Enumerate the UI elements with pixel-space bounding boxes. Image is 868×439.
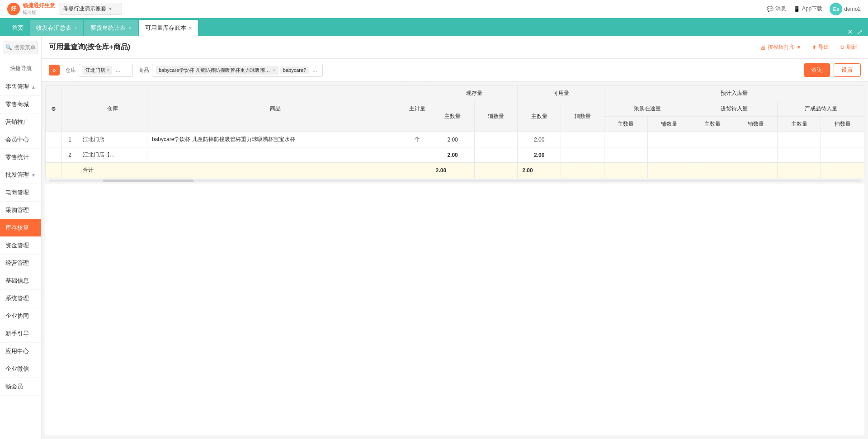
search-icon: 🔍 <box>5 44 12 51</box>
goods-filter-group: 商品 babycare学饮杯 儿童防摔防撞吸管杯重力球吸嘴杯宝宝水杯 × bab… <box>138 64 323 77</box>
goods-tag-1-close[interactable]: × <box>273 68 276 73</box>
sidebar-item-collab[interactable]: 企业协同 <box>0 307 41 325</box>
sidebar-item-marketing[interactable]: 营销推广 <box>0 113 41 131</box>
sidebar-item-app-center[interactable]: 应用中心 <box>0 343 41 360</box>
message-icon: 💬 <box>767 6 774 12</box>
logo-icon: 好 <box>7 3 20 15</box>
th-av: 可用量 <box>518 86 604 101</box>
scrollbar-track <box>49 179 861 182</box>
th-gear[interactable]: ⚙ <box>46 86 62 132</box>
print-icon: 🖨 <box>760 44 766 51</box>
th-cs-mq: 主数量 <box>431 101 474 132</box>
table-row: 2 江北门店【... 2.00 2.00 <box>46 147 864 163</box>
close-window-btn[interactable]: ✕ <box>847 28 853 36</box>
sidebar-item-base-info[interactable]: 基础信息 <box>0 272 41 290</box>
warehouse-more[interactable]: ... <box>114 67 122 73</box>
export-btn[interactable]: ⬆ 导出 <box>808 42 833 53</box>
th-pp-aq: 辅数量 <box>821 117 864 132</box>
th-rownum <box>62 86 78 132</box>
th-pit: 采购在途量 <box>604 101 691 117</box>
sidebar-item-wholesale[interactable]: 批发管理 ▼ <box>0 166 41 184</box>
chevron-icon-2: ▼ <box>31 173 36 178</box>
sidebar-item-enterprise-wechat[interactable]: 企业微信 <box>0 360 41 378</box>
filter-action-btns: 查询 设置 <box>804 63 861 77</box>
scrollbar-thumb[interactable] <box>103 179 193 182</box>
th-pit-mq: 主数量 <box>604 117 647 132</box>
data-table: ⚙ 仓库 商品 主计量 现存量 可用量 预计入库量 主数量 辅数量 主数量 辅数… <box>45 85 864 178</box>
tab-close-yaohuo[interactable]: × <box>128 25 131 31</box>
table-area: ⚙ 仓库 商品 主计量 现存量 可用量 预计入库量 主数量 辅数量 主数量 辅数… <box>45 85 864 435</box>
app-download-btn[interactable]: 📱 App下载 <box>793 5 822 13</box>
sidebar-search-area: 🔍 搜索菜单 <box>0 36 41 59</box>
th-pa-aq: 辅数量 <box>734 117 778 132</box>
sidebar-item-member[interactable]: 会员中心 <box>0 131 41 149</box>
avatar: Ea <box>830 3 842 15</box>
warehouse-tag-close[interactable]: × <box>107 68 109 73</box>
th-ei: 预计入库量 <box>604 86 864 101</box>
user-profile[interactable]: Ea demo2 <box>830 3 861 15</box>
th-gds: 商品 <box>147 86 404 132</box>
sidebar-item-operations[interactable]: 经营管理 <box>0 255 41 272</box>
page-header: 可用量查询(按仓库+商品) 🖨 按模板打印 ▼ ⬆ 导出 ↻ 刷新 <box>42 36 868 59</box>
warehouse-input[interactable]: 江北门店 × ... <box>79 64 133 77</box>
th-pit-aq: 辅数量 <box>647 117 691 132</box>
maximize-btn[interactable]: ⤢ <box>857 28 863 36</box>
logo-text: 畅捷通好生意 标准版 <box>23 2 55 16</box>
top-bar-left: 好 畅捷通好生意 标准版 母婴行业演示账套 ▼ <box>7 2 122 16</box>
nav-tabs: 首页 收发存汇总表 × 要货单统计表 × 可用量库存账本 × ✕ ⤢ <box>0 18 868 36</box>
th-av-aq: 辅数量 <box>561 101 604 132</box>
goods-more[interactable]: ... <box>311 67 319 73</box>
sidebar-item-member2[interactable]: 畅会员 <box>0 378 41 396</box>
tab-keyongliang[interactable]: 可用量库存账本 × <box>139 20 198 36</box>
filter-expand-btn[interactable]: » <box>49 65 60 76</box>
horizontal-scrollbar[interactable] <box>45 178 864 184</box>
refresh-icon: ↻ <box>840 44 844 51</box>
th-cs-aq: 辅数量 <box>474 101 518 132</box>
top-bar: 好 畅捷通好生意 标准版 母婴行业演示账套 ▼ 💬 消息 📱 App下载 Ea … <box>0 0 868 18</box>
top-bar-right: 💬 消息 📱 App下载 Ea demo2 <box>767 3 861 15</box>
sidebar-item-retail-mall[interactable]: 零售商城 <box>0 96 41 113</box>
page-actions: 🖨 按模板打印 ▼ ⬆ 导出 ↻ 刷新 <box>757 42 861 53</box>
sidebar-item-purchase[interactable]: 采购管理 <box>0 202 41 219</box>
th-pp: 产成品待入量 <box>778 101 864 117</box>
company-selector[interactable]: 母婴行业演示账套 ▼ <box>59 3 122 15</box>
download-icon: 📱 <box>793 6 800 12</box>
sidebar-item-retail-stats[interactable]: 零售统计 <box>0 149 41 166</box>
quick-nav-btn[interactable]: 快捷导航 <box>0 59 41 78</box>
sidebar-item-inventory[interactable]: 库存核算 <box>0 219 41 237</box>
tab-close-shoufacun[interactable]: × <box>74 25 77 31</box>
message-btn[interactable]: 💬 消息 <box>767 5 786 13</box>
sidebar-item-system[interactable]: 系统管理 <box>0 290 41 307</box>
sidebar-item-ecommerce[interactable]: 电商管理 <box>0 184 41 202</box>
sidebar: 🔍 搜索菜单 快捷导航 零售管理 ▲ 零售商城 营销推广 会员中心 零售统计 批… <box>0 36 42 439</box>
goods-input[interactable]: babycare学饮杯 儿童防摔防撞吸管杯重力球吸嘴杯宝宝水杯 × babyca… <box>152 64 323 77</box>
th-pa-mq: 主数量 <box>691 117 734 132</box>
chevron-icon: ▲ <box>31 85 36 90</box>
th-mu: 主计量 <box>404 86 431 132</box>
settings-button[interactable]: 设置 <box>834 63 861 77</box>
tab-shoufacun[interactable]: 收发存汇总表 × <box>30 20 83 36</box>
tab-close-keyongliang[interactable]: × <box>189 25 192 31</box>
table-row: 1 江北门店 babycare学饮杯 儿童防摔防撞吸管杯重力球吸嘴杯宝宝水杯 个… <box>46 132 864 147</box>
logo-area: 好 畅捷通好生意 标准版 <box>7 2 55 16</box>
tab-home[interactable]: 首页 <box>5 20 30 36</box>
tab-yaohuo[interactable]: 要货单统计表 × <box>84 20 137 36</box>
main-layout: 🔍 搜索菜单 快捷导航 零售管理 ▲ 零售商城 营销推广 会员中心 零售统计 批… <box>0 36 868 439</box>
search-menu-btn[interactable]: 🔍 搜索菜单 <box>4 41 38 54</box>
th-pp-mq: 主数量 <box>778 117 821 132</box>
dropdown-icon: ▼ <box>797 45 801 50</box>
th-cs: 现存量 <box>431 86 518 101</box>
filter-area: » 仓库 江北门店 × ... 商品 babycare学饮杯 儿童防摔防撞吸管杯… <box>42 59 868 82</box>
nav-right-actions: ✕ ⤢ <box>847 28 863 36</box>
warehouse-tag: 江北门店 × <box>83 66 112 75</box>
query-button[interactable]: 查询 <box>804 63 830 77</box>
goods-tag-1: babycare学饮杯 儿童防摔防撞吸管杯重力球吸嘴杯宝宝水杯 × <box>156 66 278 75</box>
sidebar-item-guide[interactable]: 新手引导 <box>0 325 41 343</box>
warehouse-filter-group: 仓库 江北门店 × ... <box>65 64 133 77</box>
template-print-btn[interactable]: 🖨 按模板打印 ▼ <box>757 42 805 53</box>
goods-tag-2: babycare? <box>280 66 309 74</box>
content-area: 可用量查询(按仓库+商品) 🖨 按模板打印 ▼ ⬆ 导出 ↻ 刷新 » <box>42 36 868 439</box>
sidebar-item-retail-mgmt[interactable]: 零售管理 ▲ <box>0 78 41 96</box>
sidebar-item-finance[interactable]: 资金管理 <box>0 237 41 255</box>
refresh-btn[interactable]: ↻ 刷新 <box>836 42 861 53</box>
